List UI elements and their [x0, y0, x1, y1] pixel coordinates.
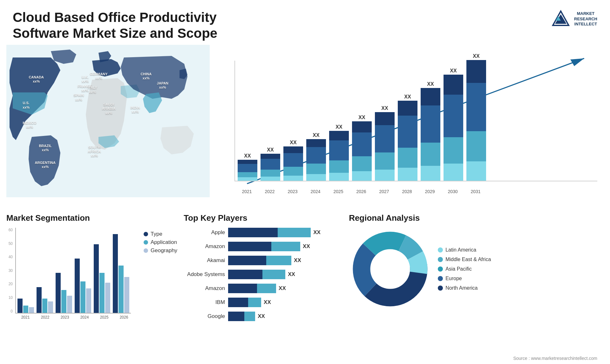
- bar-seg: [261, 170, 280, 177]
- bar-seg: [352, 156, 372, 171]
- bar-group-2030: XX: [444, 68, 463, 181]
- x-label-2031: 2031: [466, 189, 485, 194]
- player-value: XX: [279, 284, 286, 293]
- bar-seg: [329, 131, 349, 140]
- svg-point-11: [371, 250, 409, 288]
- bar-seg: [398, 168, 417, 181]
- seg-bar: [119, 266, 124, 313]
- legend-north-america: North America: [438, 285, 491, 291]
- player-bar: [228, 242, 300, 251]
- x-label-2024: 2024: [306, 189, 325, 194]
- bar-seg: [238, 164, 257, 172]
- bar-seg: [466, 161, 486, 181]
- segmentation-content: 0102030405060 202120222023202420252026 T…: [6, 228, 177, 320]
- bar-label-top: XX: [244, 153, 251, 159]
- player-bar-seg2: [248, 298, 261, 307]
- bar-label-top: XX: [381, 105, 388, 111]
- bar-seg: [421, 105, 440, 143]
- bar-seg: [261, 154, 280, 159]
- bar-seg: [444, 137, 463, 164]
- bar-group-2026: XX: [352, 115, 372, 181]
- player-bar-seg1: [228, 312, 244, 321]
- logo-icon: [551, 10, 570, 29]
- x-label-2023: 2023: [283, 189, 302, 194]
- x-label-2030: 2030: [443, 189, 463, 194]
- header: Cloud Based Office Productivity Software…: [0, 0, 610, 45]
- seg-chart-area: 0102030405060 202120222023202420252026: [6, 228, 134, 320]
- seg-bar: [48, 301, 53, 313]
- player-bar-seg1: [228, 228, 278, 237]
- stacked-bar-2026: [352, 121, 372, 181]
- seg-bar: [94, 244, 99, 313]
- y-axis: [222, 61, 232, 181]
- map-labels: CANADAxx% U.S.xx% MEXICOxx% BRAZILxx% AR…: [6, 45, 210, 197]
- stacked-bar-2029: [421, 88, 440, 181]
- bar-label-top: XX: [290, 140, 296, 145]
- donut-container: Latin America Middle East & Africa Asia …: [349, 228, 604, 310]
- player-name: Adobe Systems: [184, 271, 225, 278]
- players-section: Top Key Players AppleXXAmazonXXAkamaiXXA…: [184, 213, 342, 359]
- bar-seg: [352, 171, 372, 181]
- bar-seg: [466, 60, 486, 83]
- seg-bar: [42, 299, 47, 313]
- legend-type: Type: [144, 231, 177, 237]
- dot-asia-pacific: [438, 266, 443, 272]
- seg-bar: [75, 259, 80, 313]
- bar-seg: [283, 167, 303, 176]
- seg-bars: [15, 228, 131, 313]
- player-bar-container: XX: [228, 312, 342, 321]
- stacked-bar-2027: [375, 112, 395, 181]
- player-row: GoogleXX: [184, 312, 342, 321]
- bar-seg: [375, 112, 395, 125]
- player-bar: [228, 298, 261, 307]
- bar-group-2028: XX: [398, 94, 417, 181]
- x-label-2026: 2026: [351, 189, 371, 194]
- dot-latin-america: [438, 247, 443, 253]
- player-bar: [228, 312, 255, 321]
- player-row: AkamaiXX: [184, 256, 342, 265]
- bar-seg: [421, 143, 440, 166]
- bar-seg: [283, 153, 303, 167]
- player-name: Google: [184, 313, 225, 320]
- map-label-germany: GERMANYxx%: [90, 72, 107, 80]
- seg-bar: [17, 299, 23, 313]
- bar-seg: [398, 101, 417, 116]
- seg-chart-wrapper: 0102030405060: [6, 228, 134, 313]
- segmentation-section: Market Segmentation 0102030405060 202120…: [6, 213, 177, 359]
- player-row: AmazonXX: [184, 284, 342, 293]
- player-bar-container: XX: [228, 228, 342, 237]
- seg-bar: [23, 306, 28, 313]
- bar-label-top: XX: [427, 81, 434, 87]
- seg-bar-group-2024: [75, 259, 91, 313]
- x-label-2027: 2027: [374, 189, 394, 194]
- player-bar: [228, 270, 285, 279]
- bar-label-top: XX: [473, 53, 479, 59]
- logo-text: MARKET RESEARCH INTELLECT: [574, 11, 597, 27]
- bar-group-2024: XX: [306, 132, 326, 181]
- dot-middle-east: [438, 257, 443, 262]
- seg-x-label: 2025: [96, 315, 113, 320]
- player-bar-seg1: [228, 242, 271, 251]
- bar-seg: [421, 88, 440, 105]
- bar-group-2029: XX: [421, 81, 440, 181]
- player-value: XX: [288, 270, 295, 279]
- logo: MARKET RESEARCH INTELLECT: [551, 10, 597, 29]
- growth-x-labels: 2021202220232024202520262027202820292030…: [234, 189, 597, 194]
- bar-seg: [306, 139, 326, 147]
- x-label-2029: 2029: [420, 189, 440, 194]
- growth-bars: XXXXXXXXXXXXXXXXXXXXXX: [234, 61, 597, 181]
- seg-bar-group-2022: [37, 287, 53, 313]
- players-title: Top Key Players: [184, 213, 342, 223]
- regional-section: Regional Analysis Latin Ame: [349, 213, 604, 359]
- seg-bar: [56, 273, 61, 313]
- legend-europe: Europe: [438, 276, 491, 281]
- player-value: XX: [258, 312, 265, 321]
- legend-geography: Geography: [144, 247, 177, 254]
- bar-label-top: XX: [267, 147, 274, 153]
- player-bar: [228, 284, 276, 293]
- top-content: CANADAxx% U.S.xx% MEXICOxx% BRAZILxx% AR…: [0, 45, 610, 210]
- seg-x-label: 2026: [115, 315, 132, 320]
- world-map: CANADAxx% U.S.xx% MEXICOxx% BRAZILxx% AR…: [6, 45, 210, 197]
- seg-bar: [37, 287, 42, 313]
- seg-legend: Type Application Geography: [144, 231, 177, 320]
